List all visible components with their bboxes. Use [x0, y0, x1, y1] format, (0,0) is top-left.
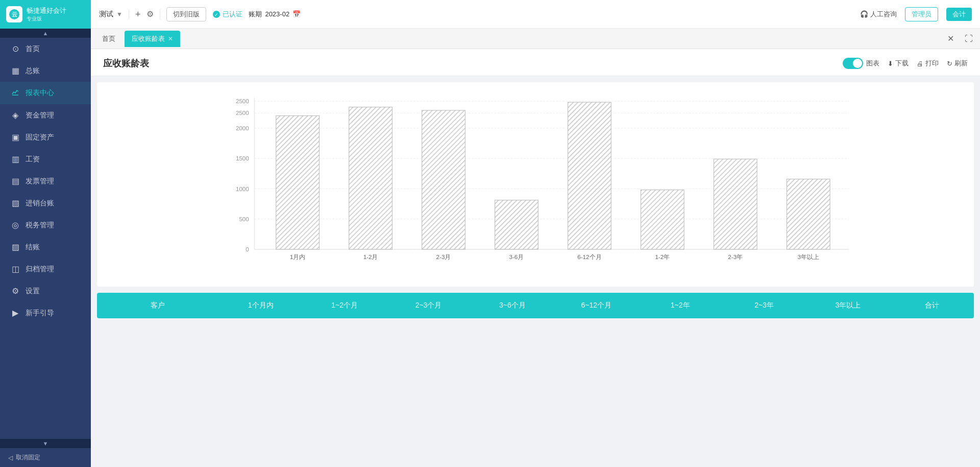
role-btn[interactable]: 会计 [946, 8, 972, 21]
expand-btn[interactable]: ⛶ [962, 32, 976, 46]
bar-1月内 [276, 116, 320, 250]
reports-icon [10, 88, 20, 98]
certified-badge: ✓ 已认证 [212, 10, 242, 19]
svg-text:1500: 1500 [236, 155, 249, 161]
svg-text:1-2月: 1-2月 [363, 253, 378, 260]
tabbar: 首页 应收账龄表 ✕ ✕ ⛶ [91, 29, 980, 49]
svg-text:0: 0 [246, 246, 249, 252]
chevron-down-icon: ▼ [116, 11, 122, 18]
print-btn[interactable]: 🖨 打印 [917, 59, 939, 68]
svg-text:2500: 2500 [236, 109, 249, 116]
sidebar-item-tax[interactable]: ◎ 税务管理 [0, 214, 91, 236]
tab-close-icon[interactable]: ✕ [168, 35, 173, 42]
tab-home[interactable]: 首页 [95, 31, 122, 47]
close-panel-btn[interactable]: ✕ [943, 32, 958, 46]
calendar-icon[interactable]: 📅 [292, 10, 301, 18]
logo-text: 畅捷通好会计 专业版 [27, 7, 66, 22]
download-icon: ⬇ [888, 60, 893, 67]
bar-1-2月 [349, 107, 393, 249]
svg-text:3-6月: 3-6月 [509, 253, 524, 260]
period-value: 2023-02 [265, 10, 289, 18]
svg-text:云: 云 [12, 11, 17, 17]
svg-text:500: 500 [239, 216, 249, 222]
sidebar-logo: 云 畅捷通好会计 专业版 [0, 0, 91, 29]
sidebar-item-close[interactable]: ▨ 结账 [0, 236, 91, 258]
support-btn[interactable]: 🎧 人工咨询 [860, 10, 897, 19]
sidebar-item-funds[interactable]: ◈ 资金管理 [0, 104, 91, 126]
sidebar-item-home[interactable]: ⊙ 首页 [0, 38, 91, 60]
sidebar-item-invoice[interactable]: ▤ 发票管理 [0, 170, 91, 192]
page-header: 应收账龄表 图表 ⬇ 下载 🖨 打印 ↻ 刷新 [91, 49, 980, 76]
col-3plus-year: 3年以上 [806, 293, 890, 318]
tab-aging-label: 应收账龄表 [132, 34, 165, 43]
sidebar-item-payroll-label: 工资 [26, 155, 40, 164]
sidebar-item-ledger[interactable]: ▦ 总账 [0, 60, 91, 82]
sidebar-item-assets[interactable]: ▣ 固定资产 [0, 126, 91, 148]
topbar: 测试 ▼ + ⚙ 切到旧版 ✓ 已认证 账期 2023-02 📅 🎧 人工咨询 … [91, 0, 980, 29]
close-accounts-icon: ▨ [10, 242, 20, 252]
project-name: 测试 [99, 10, 113, 19]
svg-text:✓: ✓ [214, 12, 218, 17]
scroll-up[interactable]: ▲ [0, 29, 91, 38]
refresh-btn[interactable]: ↻ 刷新 [947, 59, 968, 68]
add-project-btn[interactable]: + [135, 10, 141, 19]
col-2-3month: 2~3个月 [386, 293, 470, 318]
print-icon: 🖨 [917, 60, 923, 67]
sidebar-item-ledger-label: 总账 [26, 66, 40, 76]
col-1-2year: 1~2年 [638, 293, 722, 318]
divider-2 [160, 9, 160, 19]
admin-btn[interactable]: 管理员 [905, 7, 938, 21]
archive-icon: ◫ [10, 264, 20, 274]
period-label: 账期 [249, 10, 262, 19]
logo-icon: 云 [6, 6, 22, 22]
settings-icon: ⚙ [10, 286, 20, 296]
table-header: 客户 1个月内 1~2个月 2~3个月 3~6个月 6~12个月 1~2年 2~… [97, 293, 974, 318]
svg-text:2000: 2000 [236, 125, 249, 131]
toggle-knob [853, 59, 862, 68]
sidebar-item-guide[interactable]: ▶ 新手引导 [0, 302, 91, 324]
chart-wrapper: 0 500 1000 1500 2000 2500 [107, 92, 964, 276]
chart-toggle-group: 图表 [843, 58, 879, 69]
ledger-icon: ▦ [10, 66, 20, 76]
project-selector[interactable]: 测试 ▼ [99, 10, 122, 19]
topbar-right: 🎧 人工咨询 管理员 会计 [860, 7, 972, 21]
chart-toggle-label: 图表 [866, 59, 879, 68]
sidebar-item-reports[interactable]: 报表中心 [0, 82, 91, 104]
invoice-icon: ▤ [10, 176, 20, 186]
sidebar-item-archive[interactable]: ◫ 归档管理 [0, 258, 91, 280]
payroll-icon: ▥ [10, 154, 20, 164]
download-btn[interactable]: ⬇ 下载 [888, 59, 909, 68]
page-actions: 图表 ⬇ 下载 🖨 打印 ↻ 刷新 [843, 58, 968, 69]
sidebar-item-payroll[interactable]: ▥ 工资 [0, 148, 91, 170]
col-total: 合计 [890, 293, 974, 318]
page-title: 应收账龄表 [103, 57, 149, 69]
sidebar-item-close-label: 结账 [26, 243, 40, 252]
chart-toggle[interactable] [843, 58, 863, 69]
svg-text:3年以上: 3年以上 [797, 253, 819, 260]
sidebar-nav: ⊙ 首页 ▦ 总账 报表中心 ◈ 资金管理 ▣ 固定资产 ▥ 工资 ▤ 发票管理 [0, 38, 91, 439]
sidebar: 云 畅捷通好会计 专业版 ▲ ⊙ 首页 ▦ 总账 报表中心 ◈ 资金管理 ▣ 固… [0, 0, 91, 467]
topbar-settings-btn[interactable]: ⚙ [146, 9, 154, 19]
table-container: 客户 1个月内 1~2个月 2~3个月 3~6个月 6~12个月 1~2年 2~… [97, 293, 974, 318]
refresh-icon: ↻ [947, 60, 952, 67]
sidebar-item-reports-label: 报表中心 [26, 88, 54, 98]
tab-home-label: 首页 [102, 34, 115, 43]
svg-text:1月内: 1月内 [290, 253, 305, 260]
cancel-fixed-btn[interactable]: ◁ 取消固定 [0, 448, 91, 467]
switch-old-btn[interactable]: 切到旧版 [166, 7, 206, 21]
col-1month: 1个月内 [219, 293, 303, 318]
bar-1-2年 [641, 190, 684, 249]
sidebar-item-archive-label: 归档管理 [26, 265, 54, 274]
sidebar-item-assets-label: 固定资产 [26, 133, 54, 142]
scroll-down[interactable]: ▼ [0, 439, 91, 448]
svg-text:1-2年: 1-2年 [655, 253, 670, 260]
sidebar-item-settings[interactable]: ⚙ 设置 [0, 280, 91, 302]
tab-aging[interactable]: 应收账龄表 ✕ [125, 31, 180, 47]
sidebar-item-sales[interactable]: ▧ 进销台账 [0, 192, 91, 214]
col-1-2month: 1~2个月 [303, 293, 386, 318]
sales-icon: ▧ [10, 198, 20, 208]
bar-3-6月 [495, 200, 538, 249]
home-icon: ⊙ [10, 44, 20, 54]
tax-icon: ◎ [10, 220, 20, 230]
funds-icon: ◈ [10, 110, 20, 120]
